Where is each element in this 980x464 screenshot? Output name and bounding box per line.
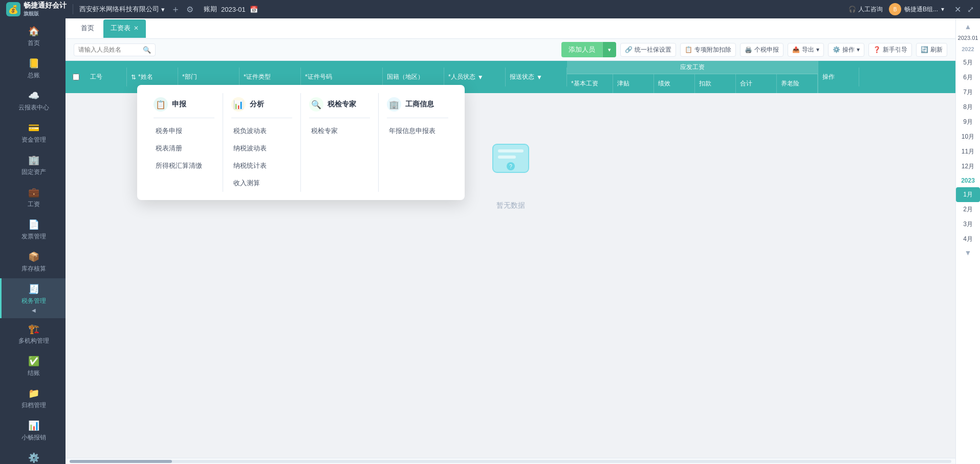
calendar-icon[interactable]: 📅: [250, 6, 258, 13]
sidebar-label-ledger: 总账: [28, 71, 40, 80]
sidebar-label-tax: 税务管理: [21, 297, 46, 305]
guide-button[interactable]: ❓ 新手引导: [868, 43, 912, 57]
special-deduction-button[interactable]: 📋 专项附加扣除: [680, 43, 736, 57]
add-person-button[interactable]: 添加人员: [561, 42, 602, 57]
dropdown-grid: 📋 申报 税务申报 税表清册 所得税汇算清缴 📊 分析 税负波动表 纳税波动表 …: [145, 93, 456, 192]
gongshang-icon: 🏢: [387, 97, 401, 112]
operations-arrow-icon: ▾: [857, 46, 860, 53]
export-button[interactable]: 📤 导出 ▾: [788, 43, 824, 57]
sidebar-item-tax[interactable]: 🧾 税务管理 ◀: [0, 278, 66, 318]
right-calendar-sidebar: ▲ 2023.01 2022 5月 6月 7月 8月 9月 10月 11月 12…: [955, 18, 980, 464]
sidebar-label-cloud: 云报表中心: [18, 103, 49, 112]
calendar-month-8[interactable]: 8月: [956, 100, 980, 115]
sidebar-item-stock[interactable]: 📦 库存核算: [0, 246, 66, 278]
sidebar-item-invoice[interactable]: 📄 发票管理: [0, 214, 66, 246]
special-deduction-icon: 📋: [685, 46, 692, 53]
top-bar: 💰 畅捷通好会计 旗舰版 西安虾米网络科技有限公司 ▾ ＋ ⚙ 账期 2023-…: [0, 0, 980, 18]
sidebar-label-settle: 结账: [28, 369, 40, 378]
search-input[interactable]: [78, 46, 140, 53]
calendar-month-10[interactable]: 10月: [956, 129, 980, 144]
close-button[interactable]: ✕: [954, 5, 961, 14]
sidebar-label-multi: 多机构管理: [18, 337, 49, 345]
empty-svg: ?: [485, 134, 536, 185]
sidebar-label-salary: 工资: [28, 200, 40, 209]
calendar-month-12[interactable]: 12月: [956, 159, 980, 174]
fund-icon: 💳: [28, 122, 39, 134]
refresh-button[interactable]: 🔄 刷新: [916, 43, 947, 57]
shenbao-icon: 📋: [154, 97, 168, 112]
shuijian-header: 🔍 税检专家: [309, 93, 370, 118]
refresh-icon: 🔄: [921, 46, 928, 53]
tax-return-icon: 🖨️: [745, 46, 752, 53]
calendar-month-7[interactable]: 7月: [956, 85, 980, 100]
calendar-down-icon[interactable]: ▼: [962, 247, 974, 259]
th-dept: *部门: [178, 68, 239, 86]
sidebar-item-cloud[interactable]: ☁️ 云报表中心: [0, 85, 66, 117]
dropdown-item-nashui[interactable]: 纳税波动表: [231, 140, 292, 157]
sidebar-arrow-icon: ◀: [32, 307, 36, 313]
sidebar-item-archive[interactable]: 📁 归档管理: [0, 383, 66, 415]
social-insurance-button[interactable]: 🔗 统一社保设置: [620, 43, 676, 57]
sidebar-label-invoice: 发票管理: [21, 232, 46, 241]
calendar-month-3[interactable]: 3月: [956, 217, 980, 232]
dropdown-item-nashuitongji[interactable]: 纳税统计表: [231, 157, 292, 174]
company-selector[interactable]: 西安虾米网络科技有限公司 ▾: [79, 5, 165, 14]
tab-close-icon[interactable]: ✕: [134, 25, 139, 32]
th-status: *人员状态 ▼: [444, 68, 506, 86]
sidebar-item-salary[interactable]: 💼 工资: [0, 182, 66, 214]
user-menu[interactable]: B 畅捷通B组... ▾: [889, 3, 944, 15]
tab-home[interactable]: 首页: [74, 19, 101, 38]
dropdown-item-shuijian-expert[interactable]: 税检专家: [309, 122, 370, 140]
dropdown-item-shuifu[interactable]: 税负波动表: [231, 122, 292, 140]
th-checkbox[interactable]: [66, 68, 86, 86]
sidebar-item-fund[interactable]: 💳 资金管理: [0, 117, 66, 149]
sidebar-item-multi[interactable]: 🏗️ 多机构管理: [0, 318, 66, 350]
sidebar-item-xiaochang[interactable]: 📊 小畅报销: [0, 415, 66, 447]
settings-icon[interactable]: ⚙: [186, 5, 193, 14]
dropdown-item-shuiwu[interactable]: 税务申报: [154, 122, 214, 140]
guide-toolbar-icon: ❓: [873, 46, 881, 53]
sidebar-item-ledger[interactable]: 📒 总账: [0, 53, 66, 85]
settle-icon: ✅: [28, 356, 39, 367]
th-credno: *证件号码: [301, 68, 383, 86]
tab-salary-table[interactable]: 工资表 ✕: [103, 19, 146, 38]
tax-icon: 🧾: [28, 283, 39, 295]
tax-dropdown-menu: 📋 申报 税务申报 税表清册 所得税汇算清缴 📊 分析 税负波动表 纳税波动表 …: [137, 85, 465, 200]
calendar-month-6[interactable]: 6月: [956, 70, 980, 85]
calendar-month-2[interactable]: 2月: [956, 202, 980, 217]
select-all-checkbox[interactable]: [73, 74, 79, 80]
social-insurance-label: 统一社保设置: [635, 46, 671, 54]
calendar-month-9[interactable]: 9月: [956, 115, 980, 129]
bottom-scrollbar[interactable]: [66, 458, 955, 464]
filter-icon-2[interactable]: ▼: [536, 74, 542, 81]
scroll-thumb[interactable]: [70, 460, 172, 463]
sidebar-item-home[interactable]: 🏠 首页: [0, 20, 66, 53]
service-button[interactable]: 🎧 人工咨询: [848, 5, 883, 14]
calendar-up-icon[interactable]: ▲: [962, 20, 974, 33]
shuijian-icon: 🔍: [309, 97, 323, 112]
sidebar-item-settings[interactable]: ⚙️ 基础设置: [0, 447, 66, 464]
sidebar-item-settle[interactable]: ✅ 结账: [0, 350, 66, 383]
operations-icon: ⚙️: [833, 46, 840, 53]
filter-icon[interactable]: ▼: [477, 74, 484, 81]
calendar-month-5[interactable]: 5月: [956, 55, 980, 70]
dropdown-item-shuibiao[interactable]: 税表清册: [154, 140, 214, 157]
dropdown-item-shouru[interactable]: 收入测算: [231, 174, 292, 192]
add-company-button[interactable]: ＋: [171, 3, 180, 15]
calendar-month-11[interactable]: 11月: [956, 144, 980, 159]
export-icon: 📤: [792, 46, 800, 53]
dropdown-item-nianbao[interactable]: 年报信息申报表: [387, 122, 448, 140]
sidebar-label-xiaochang: 小畅报销: [21, 433, 46, 442]
tax-return-button[interactable]: 🖨️ 个税申报: [740, 43, 783, 57]
calendar-month-1-active[interactable]: 1月: [956, 187, 980, 202]
empty-text: 暂无数据: [496, 201, 525, 210]
dropdown-item-suodeshui[interactable]: 所得税汇算清缴: [154, 157, 214, 174]
social-insurance-icon: 🔗: [625, 46, 633, 53]
calendar-month-4[interactable]: 4月: [956, 232, 980, 247]
minimize-button[interactable]: ⤢: [967, 5, 974, 14]
operations-label: 操作: [842, 46, 855, 54]
add-person-dropdown[interactable]: ▾: [602, 42, 616, 57]
operations-button[interactable]: ⚙️ 操作 ▾: [828, 43, 864, 57]
sidebar-item-asset[interactable]: 🏢 固定资产: [0, 149, 66, 182]
multi-icon: 🏗️: [28, 323, 39, 335]
